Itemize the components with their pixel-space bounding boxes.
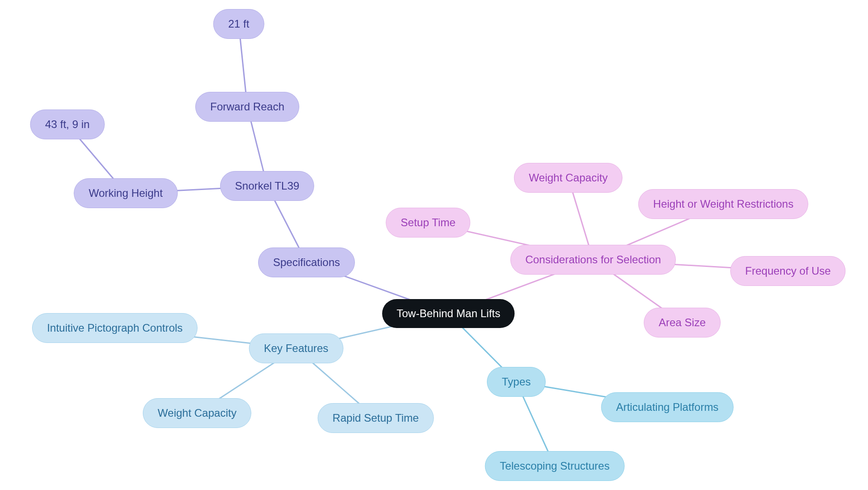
node-label: Working Height	[89, 187, 163, 199]
node-label: Setup Time	[401, 216, 455, 228]
node-label: Area Size	[659, 316, 706, 328]
node-snorkel[interactable]: Snorkel TL39	[220, 171, 314, 201]
node-considerations[interactable]: Considerations for Selection	[510, 245, 676, 275]
node-rapid_setup[interactable]: Rapid Setup Time	[318, 403, 434, 433]
node-label: Considerations for Selection	[525, 253, 661, 266]
node-weight_cap_p[interactable]: Weight Capacity	[514, 163, 623, 193]
node-val_43[interactable]: 43 ft, 9 in	[30, 109, 105, 139]
node-label: Articulating Platforms	[616, 401, 719, 413]
node-specs[interactable]: Specifications	[258, 247, 355, 277]
node-label: Intuitive Pictograph Controls	[47, 322, 183, 334]
node-telescoping[interactable]: Telescoping Structures	[485, 451, 625, 481]
node-types[interactable]: Types	[487, 367, 546, 397]
node-label: Frequency of Use	[745, 265, 830, 277]
node-pictograph[interactable]: Intuitive Pictograph Controls	[32, 313, 198, 343]
node-label: Snorkel TL39	[235, 180, 299, 192]
node-forward_reach[interactable]: Forward Reach	[195, 92, 299, 122]
node-weight_cap_b[interactable]: Weight Capacity	[143, 398, 251, 428]
node-center[interactable]: Tow-Behind Man Lifts	[382, 299, 514, 328]
node-area_size[interactable]: Area Size	[644, 308, 721, 338]
node-label: Forward Reach	[210, 100, 284, 113]
node-label: Types	[502, 376, 531, 388]
node-working_h[interactable]: Working Height	[74, 178, 178, 208]
node-frequency[interactable]: Frequency of Use	[730, 256, 845, 286]
node-label: Specifications	[273, 256, 340, 268]
edge-layer	[0, 0, 868, 490]
mindmap-canvas: Tow-Behind Man LiftsConsiderations for S…	[0, 0, 868, 490]
node-height_weight[interactable]: Height or Weight Restrictions	[638, 189, 808, 219]
node-articulating[interactable]: Articulating Platforms	[601, 392, 734, 422]
node-label: 43 ft, 9 in	[45, 118, 90, 130]
node-label: Key Features	[264, 342, 329, 354]
node-key_features[interactable]: Key Features	[249, 333, 344, 363]
node-label: Weight Capacity	[158, 407, 236, 419]
node-label: Telescoping Structures	[500, 460, 610, 472]
node-label: Rapid Setup Time	[333, 412, 419, 424]
node-label: Tow-Behind Man Lifts	[396, 307, 500, 319]
node-label: 21 ft	[228, 18, 250, 30]
node-label: Weight Capacity	[529, 171, 608, 184]
node-val_21[interactable]: 21 ft	[213, 9, 264, 39]
node-setup_time[interactable]: Setup Time	[386, 208, 470, 238]
node-label: Height or Weight Restrictions	[653, 198, 793, 210]
